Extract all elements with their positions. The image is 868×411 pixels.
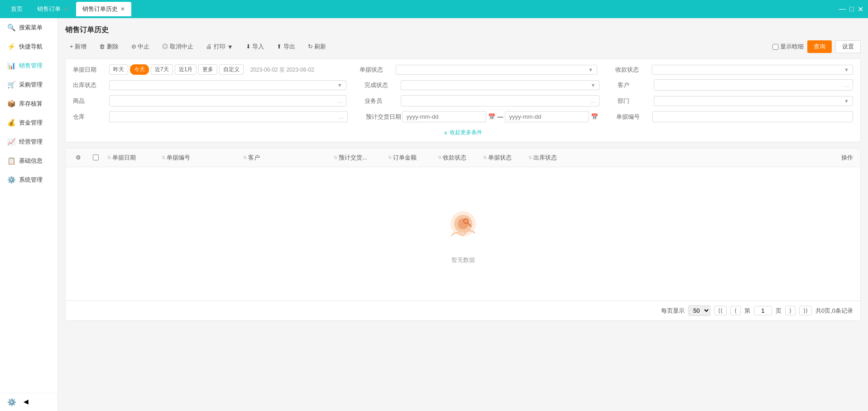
tab-sales-order[interactable]: 销售订单 ✕ [31, 2, 74, 16]
customer-label: 客户 [618, 81, 654, 89]
sidebar-item-inventory[interactable]: 📦 库存核算 [0, 94, 58, 113]
next-page-btn[interactable]: ⟩ [785, 306, 796, 315]
complete-status-select[interactable]: ▼ [401, 80, 600, 90]
refresh-button[interactable]: ↻ 刷新 [303, 40, 331, 53]
search-menu-icon: 🔍 [7, 24, 15, 32]
sidebar-item-sales-mgmt[interactable]: 📊 销售管理 [0, 56, 58, 75]
dept-select[interactable]: ▼ [654, 96, 853, 106]
col-client[interactable]: ⇅ 客户 [240, 154, 330, 162]
print-label: 🖨 打印 [206, 43, 225, 51]
sidebar-item-finance[interactable]: 💰 资金管理 [0, 113, 58, 132]
tab-sales-order-history-close[interactable]: ✕ [120, 6, 125, 12]
pagination: 每页显示 50 ⟨⟨ ⟨ 第 页 ⟩ ⟩⟩ 共0页,0条记录 [66, 300, 860, 320]
col-bill-status[interactable]: ⇅ 单据状态 [480, 154, 525, 162]
col-amount-label: 订单金额 [393, 154, 417, 162]
col-date[interactable]: ⇅ 单据日期 [104, 154, 158, 162]
customer-dots-icon[interactable]: ... [844, 82, 849, 88]
delivery-date-start[interactable] [402, 111, 486, 122]
col-amount[interactable]: ⇅ 订单金额 [384, 154, 434, 162]
filter-panel: 单据日期 昨天 今天 近7天 近1月 更多 自定义 2023-06-02 至 2… [65, 58, 861, 142]
total-text: 共0页,0条记录 [815, 307, 853, 315]
display-cols-toggle[interactable]: 显示晗细 [772, 43, 804, 51]
print-button[interactable]: 🖨 打印 ▼ [201, 40, 238, 53]
goods-input-wrap[interactable]: ... [109, 95, 346, 106]
maximize-btn[interactable]: □ [849, 5, 854, 14]
warehouse-input-wrap[interactable]: ... [109, 111, 348, 122]
cancel-stop-button[interactable]: ◎ 取消中止 [158, 40, 198, 53]
out-status-select[interactable]: ▼ [109, 80, 346, 90]
sidebar-item-search-menu[interactable]: 🔍 搜索菜单 [0, 18, 58, 37]
date-today-btn[interactable]: 今天 [130, 64, 149, 75]
per-page-select[interactable]: 50 [688, 305, 710, 316]
sidebar-item-operations[interactable]: 📈 经营管理 [0, 132, 58, 151]
pay-status-select[interactable]: ▼ [652, 65, 853, 75]
tab-home[interactable]: 首页 [5, 2, 29, 16]
quick-nav-icon: ⚡ [7, 43, 15, 51]
customer-input-wrap[interactable]: ... [654, 79, 853, 91]
calendar-end-icon[interactable]: 📅 [591, 113, 598, 120]
goods-dots-icon[interactable]: ... [337, 97, 342, 104]
col-pay-status[interactable]: ⇅ 收款状态 [434, 154, 480, 162]
sidebar-bottom: ⚙️ ◀ [0, 393, 58, 411]
sidebar: 🔍 搜索菜单 ⚡ 快捷导航 📊 销售管理 🛒 采购管理 📦 库存核算 💰 资金管… [0, 18, 58, 411]
salesperson-input-wrap[interactable]: ... [401, 95, 600, 106]
sidebar-item-sys-mgmt-label: 系统管理 [19, 176, 43, 184]
display-cols-checkbox[interactable] [772, 44, 778, 50]
out-status-arrow-icon: ▼ [337, 82, 342, 88]
print-arrow-icon: ▼ [227, 44, 233, 50]
date-7days-btn[interactable]: 近7天 [151, 64, 173, 75]
export-button[interactable]: ⬆ 导出 [272, 40, 300, 53]
close-btn[interactable]: ✕ [858, 5, 863, 14]
goods-label: 商品 [73, 97, 109, 105]
sidebar-collapse-btn[interactable]: ◀ [24, 398, 29, 406]
date-buttons: 昨天 今天 近7天 近1月 更多 自定义 [109, 64, 244, 75]
display-cols-label: 显示晗细 [780, 43, 804, 51]
sidebar-item-sys-mgmt[interactable]: ⚙️ 系统管理 [0, 170, 58, 189]
date-value: 昨天 今天 近7天 近1月 更多 自定义 2023-06-02 至 2023-0… [109, 64, 341, 75]
main-layout: 🔍 搜索菜单 ⚡ 快捷导航 📊 销售管理 🛒 采购管理 📦 库存核算 💰 资金管… [0, 18, 868, 411]
first-page-btn[interactable]: ⟨⟨ [714, 306, 727, 315]
date-yesterday-btn[interactable]: 昨天 [109, 64, 128, 75]
import-button[interactable]: ⬇ 导入 [241, 40, 269, 53]
col-client-label: 客户 [248, 154, 260, 162]
sidebar-item-inventory-label: 库存核算 [19, 100, 43, 108]
col-settings[interactable]: ⚙ [69, 154, 87, 161]
query-button[interactable]: 查询 [807, 40, 832, 53]
purchase-mgmt-icon: 🛒 [7, 81, 15, 89]
bill-no-input[interactable] [652, 111, 853, 122]
collapse-row[interactable]: ∧ 收起更多条件 [73, 127, 853, 136]
prev-page-btn[interactable]: ⟨ [730, 306, 741, 315]
delete-button[interactable]: 🗑 删除 [95, 40, 123, 53]
tab-sales-order-close[interactable]: ✕ [63, 6, 68, 12]
new-button[interactable]: + 新增 [65, 40, 91, 53]
per-page-label: 每页显示 [661, 307, 685, 315]
pay-status-label: 收款状态 [615, 66, 652, 74]
last-page-btn[interactable]: ⟩⟩ [799, 306, 812, 315]
select-all-checkbox[interactable] [93, 155, 99, 160]
col-delivery[interactable]: ⇅ 预计交货... [330, 154, 384, 162]
calendar-start-icon[interactable]: 📅 [488, 113, 495, 120]
page-input[interactable] [754, 306, 772, 315]
sidebar-item-basic-info[interactable]: 📋 基础信息 [0, 151, 58, 170]
col-out-status[interactable]: ⇅ 出库状态 [525, 154, 570, 162]
sidebar-item-quick-nav[interactable]: ⚡ 快捷导航 [0, 37, 58, 56]
svg-point-2 [458, 218, 469, 229]
settings-button[interactable]: 设置 [835, 40, 861, 53]
stop-button[interactable]: ⊘ 中止 [127, 40, 154, 53]
warehouse-dots-icon[interactable]: ... [339, 113, 344, 120]
col-check[interactable] [87, 155, 104, 160]
salesperson-dots-icon[interactable]: ... [591, 97, 596, 104]
sidebar-settings-btn[interactable]: ⚙️ [7, 398, 16, 406]
toolbar: + 新增 🗑 删除 ⊘ 中止 ◎ 取消中止 🖨 打印 ▼ ⬇ 导入 ⬆ 导出 ↻… [65, 40, 861, 53]
date-custom-btn[interactable]: 自定义 [219, 64, 244, 75]
minimize-btn[interactable]: — [839, 5, 846, 14]
tab-sales-order-history[interactable]: 销售订单历史 ✕ [76, 2, 131, 16]
delivery-date-separator: — [497, 113, 503, 120]
date-more-btn[interactable]: 更多 [198, 64, 217, 75]
sidebar-item-purchase-mgmt[interactable]: 🛒 采购管理 [0, 75, 58, 94]
col-num[interactable]: ⇅ 单据编号 [158, 154, 240, 162]
date-1month-btn[interactable]: 近1月 [175, 64, 197, 75]
delivery-date-end[interactable] [505, 111, 589, 122]
bill-status-select[interactable]: ▼ [396, 65, 597, 75]
sales-mgmt-icon: 📊 [7, 62, 15, 70]
